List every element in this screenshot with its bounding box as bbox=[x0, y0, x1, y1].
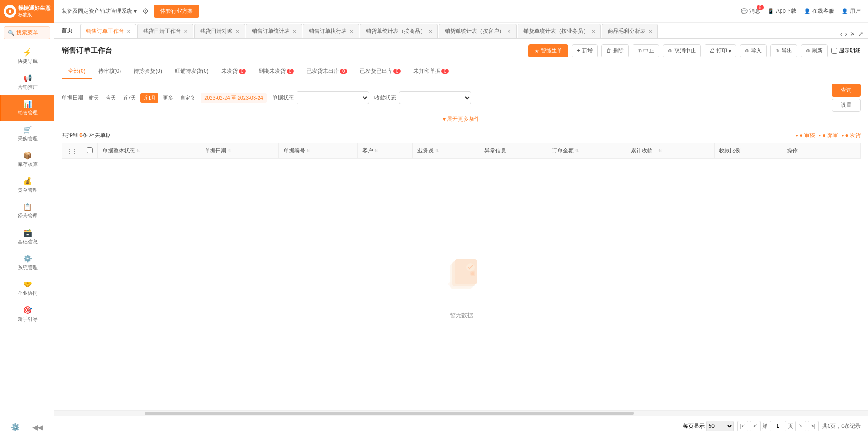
tab-close-summary-customer[interactable]: ✕ bbox=[507, 29, 511, 34]
solution-button[interactable]: 体验行业方案 bbox=[154, 5, 199, 18]
ship-button[interactable]: ● 发货 bbox=[842, 132, 861, 139]
col-customer[interactable]: 客户 ⇅ bbox=[357, 143, 412, 159]
page-number-input[interactable] bbox=[770, 421, 786, 431]
cancel-pause-button[interactable]: ⊙ 取消中止 bbox=[663, 44, 700, 57]
sub-tab-overdue[interactable]: 到期未发货0 bbox=[252, 65, 300, 79]
tab-close-sales-execution[interactable]: ✕ bbox=[350, 29, 353, 34]
query-button[interactable]: 查询 bbox=[832, 84, 861, 97]
status-select[interactable] bbox=[297, 91, 369, 104]
tab-close-sales-stats[interactable]: ✕ bbox=[293, 29, 296, 34]
tab-fullscreen-icon[interactable]: ⤢ bbox=[857, 29, 864, 38]
sub-tab-pending-review[interactable]: 待审核(0) bbox=[92, 65, 128, 79]
tab-close-goods-margin[interactable]: ✕ bbox=[648, 29, 652, 34]
set-button[interactable]: 设置 bbox=[832, 99, 861, 112]
sidebar-item-quick-nav[interactable]: ⚡ 快捷导航 bbox=[0, 43, 54, 69]
sub-tab-not-printed[interactable]: 未打印单据0 bbox=[407, 65, 455, 79]
sidebar-item-inventory[interactable]: 📦 库存核算 bbox=[0, 147, 54, 172]
sub-tab-pending-inspect[interactable]: 待拣验货(0) bbox=[127, 65, 168, 79]
add-button[interactable]: + 新增 bbox=[572, 44, 597, 57]
delete-button[interactable]: 🗑 删除 bbox=[601, 44, 629, 57]
sort-icon-date: ⇅ bbox=[228, 148, 231, 153]
date-yesterday[interactable]: 昨天 bbox=[86, 93, 101, 103]
finance-icon: 💰 bbox=[23, 177, 32, 185]
sub-tab-wangpu[interactable]: 旺铺待发货(0) bbox=[168, 65, 215, 79]
tab-cash-daily[interactable]: 钱货日清工作台 ✕ bbox=[137, 24, 193, 38]
sidebar-item-cooperation[interactable]: 🤝 企业协同 bbox=[0, 275, 54, 301]
col-collected[interactable]: 累计收款... ⇅ bbox=[626, 143, 715, 159]
date-today[interactable]: 今天 bbox=[103, 93, 119, 103]
app-download-action[interactable]: 📱 App下载 bbox=[767, 7, 796, 15]
prev-page-button[interactable]: < bbox=[750, 421, 761, 431]
col-staff[interactable]: 业务员 ⇅ bbox=[412, 143, 480, 159]
sub-tab-all[interactable]: 全部(0) bbox=[62, 65, 92, 79]
tab-close-sales-workbench[interactable]: ✕ bbox=[127, 29, 130, 34]
collapse-icon[interactable]: ◀◀ bbox=[32, 423, 43, 431]
sub-tab-shipped-not-warehoused[interactable]: 已发货未出库0 bbox=[300, 65, 354, 79]
import-button[interactable]: ⊙ 导入 bbox=[740, 44, 767, 57]
select-all-checkbox[interactable] bbox=[87, 147, 93, 153]
sidebar-item-finance[interactable]: 💰 资金管理 bbox=[0, 172, 54, 198]
tab-sales-summary-customer[interactable]: 销货单统计表（按客户） ✕ bbox=[439, 24, 517, 38]
search-menu-button[interactable]: 🔍 搜索菜单 bbox=[4, 26, 50, 39]
message-action[interactable]: 💬 消息 6 bbox=[741, 7, 760, 15]
display-detail-checkbox-label[interactable]: 显示明细 bbox=[831, 47, 861, 55]
tab-close-cash-daily[interactable]: ✕ bbox=[184, 29, 187, 34]
tab-sales-stats[interactable]: 销售订单统计表 ✕ bbox=[246, 24, 302, 38]
tab-close-all-icon[interactable]: ✕ bbox=[849, 29, 856, 38]
sidebar-item-marketing[interactable]: 📢 营销推广 bbox=[0, 69, 54, 95]
sidebar-item-system[interactable]: ⚙️ 系统管理 bbox=[0, 250, 54, 275]
date-1month[interactable]: 近1月 bbox=[140, 93, 158, 103]
tab-close-summary-product[interactable]: ✕ bbox=[428, 29, 432, 34]
tab-sales-summary-staff[interactable]: 销货单统计表（按业务员） ✕ bbox=[518, 24, 601, 38]
col-amount[interactable]: 订单金额 ⇅ bbox=[547, 143, 626, 159]
payment-select[interactable] bbox=[399, 91, 471, 104]
tab-sales-execution[interactable]: 销售订单执行表 ✕ bbox=[303, 24, 359, 38]
system-selector[interactable]: 装备及固定资产辅助管理系统 ▾ bbox=[62, 7, 137, 15]
tab-home[interactable]: 首页 bbox=[54, 23, 80, 38]
filter-date-item: 单据日期 昨天 今天 近7天 近1月 更多 自定义 2023-02-24 至 2… bbox=[62, 93, 267, 103]
tab-sales-summary-product[interactable]: 销货单统计表（按商品） ✕ bbox=[360, 24, 438, 38]
sidebar-item-purchase[interactable]: 🛒 采购管理 bbox=[0, 121, 54, 147]
online-service-action[interactable]: 👤 在线客服 bbox=[804, 7, 834, 15]
col-checkbox[interactable] bbox=[82, 143, 98, 159]
tab-next-icon[interactable]: › bbox=[844, 29, 848, 38]
tab-prev-icon[interactable]: ‹ bbox=[839, 29, 844, 38]
filter-payment-item: 收款状态 bbox=[374, 91, 471, 104]
user-icon: 👤 bbox=[841, 8, 848, 14]
tab-close-summary-staff[interactable]: ✕ bbox=[591, 29, 595, 34]
date-7days[interactable]: 近7天 bbox=[120, 93, 139, 103]
display-detail-checkbox[interactable] bbox=[831, 48, 837, 54]
sidebar-item-basic[interactable]: 🗃️ 基础信息 bbox=[0, 224, 54, 250]
col-number[interactable]: 单据编号 ⇅ bbox=[278, 143, 357, 159]
sidebar-item-guide[interactable]: 🎯 新手引导 bbox=[0, 301, 54, 327]
sub-tab-not-shipped[interactable]: 未发货0 bbox=[215, 65, 252, 79]
scrollbar-thumb[interactable] bbox=[145, 412, 634, 415]
date-custom[interactable]: 自定义 bbox=[177, 93, 198, 103]
tab-close-cash-reconcile[interactable]: ✕ bbox=[235, 29, 239, 34]
tab-cash-reconcile[interactable]: 钱货日清对账 ✕ bbox=[194, 24, 245, 38]
sidebar-item-operations[interactable]: 📋 经营管理 bbox=[0, 198, 54, 224]
export-button[interactable]: ⊙ 导出 bbox=[770, 44, 797, 57]
print-button[interactable]: 🖨 打印 ▾ bbox=[705, 44, 736, 57]
next-page-button[interactable]: > bbox=[795, 421, 806, 431]
horizontal-scrollbar[interactable] bbox=[54, 410, 868, 416]
date-more[interactable]: 更多 bbox=[160, 93, 176, 103]
col-date[interactable]: 单据日期 ⇅ bbox=[200, 143, 278, 159]
smart-create-button[interactable]: ★ 智能生单 bbox=[528, 44, 568, 57]
pause-button[interactable]: ⊙ 中止 bbox=[633, 44, 659, 57]
per-page-select[interactable]: 50 10 20 100 bbox=[706, 421, 734, 431]
expand-filter-button[interactable]: ▾ 展开更多条件 bbox=[443, 115, 480, 123]
header-gear-icon[interactable]: ⚙ bbox=[142, 7, 149, 15]
tab-sales-workbench[interactable]: 销售订单工作台 ✕ bbox=[80, 24, 136, 38]
first-page-button[interactable]: |< bbox=[737, 421, 748, 431]
sidebar-item-sales[interactable]: 📊 销售管理 bbox=[0, 95, 54, 121]
col-ops: 操作 bbox=[782, 143, 860, 159]
last-page-button[interactable]: >| bbox=[808, 421, 819, 431]
review-button[interactable]: ● 审核 bbox=[796, 132, 815, 139]
refresh-button[interactable]: ⊙ 刷新 bbox=[801, 44, 828, 57]
settings-bottom-icon[interactable]: ⚙️ bbox=[11, 423, 20, 431]
sub-tab-shipped-warehoused[interactable]: 已发货已出库0 bbox=[354, 65, 407, 79]
user-action[interactable]: 👤 用户 bbox=[841, 7, 861, 15]
tab-goods-margin[interactable]: 商品毛利分析表 ✕ bbox=[602, 24, 658, 38]
reject-button[interactable]: ● 弃审 bbox=[819, 132, 838, 139]
